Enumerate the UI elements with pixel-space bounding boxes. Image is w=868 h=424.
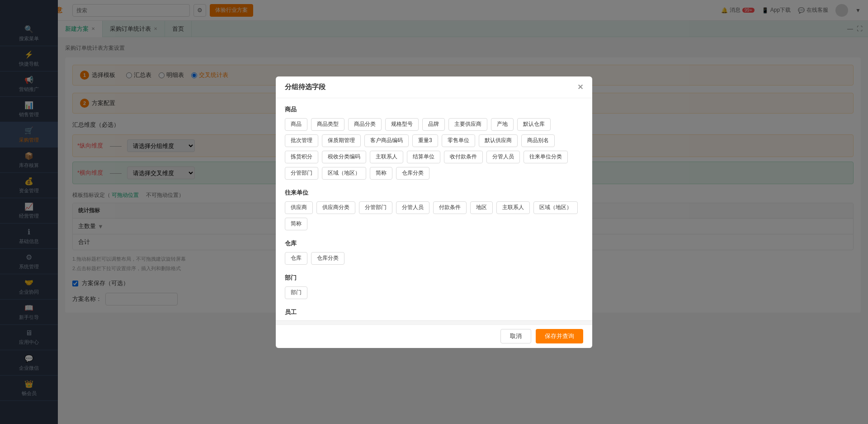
section-title-partner: 往来单位 xyxy=(285,189,583,197)
modal-body[interactable]: 商品商品商品类型商品分类规格型号品牌主要供应商产地默认仓库批次管理保质期管理客户… xyxy=(276,98,592,320)
modal: 分组待选字段 ✕ 商品商品商品类型商品分类规格型号品牌主要供应商产地默认仓库批次… xyxy=(276,76,592,348)
confirm-button[interactable]: 保存并查询 xyxy=(536,329,583,343)
field-tag-goods-9[interactable]: 保质期管理 xyxy=(322,134,361,147)
field-tag-goods-21[interactable]: 往来单位分类 xyxy=(524,151,568,163)
section-department: 部门部门 xyxy=(285,274,583,299)
field-tag-warehouse-1[interactable]: 仓库分类 xyxy=(311,252,344,265)
field-tag-goods-23[interactable]: 区域（地区） xyxy=(322,167,366,180)
modal-overlay: 分组待选字段 ✕ 商品商品商品类型商品分类规格型号品牌主要供应商产地默认仓库批次… xyxy=(0,0,868,424)
field-tag-goods-17[interactable]: 主联系人 xyxy=(370,151,403,163)
field-tag-goods-7[interactable]: 默认仓库 xyxy=(517,118,551,131)
section-title-department: 部门 xyxy=(285,274,583,282)
cancel-button[interactable]: 取消 xyxy=(500,329,531,343)
field-tag-goods-14[interactable]: 商品别名 xyxy=(521,134,555,147)
field-tag-goods-8[interactable]: 批次管理 xyxy=(285,134,318,147)
modal-header: 分组待选字段 ✕ xyxy=(276,76,592,98)
field-tag-goods-24[interactable]: 简称 xyxy=(370,167,392,180)
field-tag-goods-11[interactable]: 重量3 xyxy=(412,134,438,147)
section-title-warehouse: 仓库 xyxy=(285,239,583,248)
section-goods: 商品商品商品类型商品分类规格型号品牌主要供应商产地默认仓库批次管理保质期管理客户… xyxy=(285,105,583,180)
field-tag-goods-22[interactable]: 分管部门 xyxy=(285,167,318,180)
field-tag-goods-5[interactable]: 主要供应商 xyxy=(448,118,487,131)
field-tag-partner-3[interactable]: 分管人员 xyxy=(396,201,429,214)
section-staff: 员工业务员 xyxy=(285,308,583,320)
field-tag-goods-12[interactable]: 零售单位 xyxy=(442,134,475,147)
field-tag-goods-3[interactable]: 规格型号 xyxy=(385,118,419,131)
section-partner: 往来单位供应商供应商分类分管部门分管人员付款条件地区主联系人区域（地区）简称 xyxy=(285,189,583,230)
field-tag-partner-6[interactable]: 主联系人 xyxy=(496,201,530,214)
field-tag-goods-18[interactable]: 结算单位 xyxy=(407,151,440,163)
field-tag-goods-20[interactable]: 分管人员 xyxy=(486,151,520,163)
section-tags-partner: 供应商供应商分类分管部门分管人员付款条件地区主联系人区域（地区）简称 xyxy=(285,201,583,230)
field-tag-partner-0[interactable]: 供应商 xyxy=(285,201,313,214)
field-tag-partner-8[interactable]: 简称 xyxy=(285,218,307,230)
section-tags-goods: 商品商品类型商品分类规格型号品牌主要供应商产地默认仓库批次管理保质期管理客户商品… xyxy=(285,118,583,180)
section-warehouse: 仓库仓库仓库分类 xyxy=(285,239,583,265)
modal-horizontal-scroll[interactable] xyxy=(276,320,592,324)
modal-close-button[interactable]: ✕ xyxy=(577,83,583,91)
modal-title: 分组待选字段 xyxy=(285,83,326,91)
field-tag-goods-13[interactable]: 默认供应商 xyxy=(479,134,518,147)
field-tag-department-0[interactable]: 部门 xyxy=(285,286,307,299)
field-tag-partner-7[interactable]: 区域（地区） xyxy=(533,201,578,214)
section-tags-department: 部门 xyxy=(285,286,583,299)
field-tag-goods-4[interactable]: 品牌 xyxy=(422,118,445,131)
field-tag-goods-19[interactable]: 收付款条件 xyxy=(444,151,483,163)
field-tag-goods-0[interactable]: 商品 xyxy=(285,118,307,131)
field-tag-partner-2[interactable]: 分管部门 xyxy=(359,201,392,214)
modal-footer: 取消 保存并查询 xyxy=(276,324,592,348)
section-title-staff: 员工 xyxy=(285,308,583,316)
field-tag-warehouse-0[interactable]: 仓库 xyxy=(285,252,307,265)
field-tag-partner-1[interactable]: 供应商分类 xyxy=(316,201,355,214)
field-tag-goods-1[interactable]: 商品类型 xyxy=(311,118,344,131)
field-tag-partner-4[interactable]: 付款条件 xyxy=(433,201,467,214)
field-tag-goods-6[interactable]: 产地 xyxy=(491,118,514,131)
field-tag-goods-2[interactable]: 商品分类 xyxy=(348,118,382,131)
section-tags-warehouse: 仓库仓库分类 xyxy=(285,252,583,265)
field-tag-goods-15[interactable]: 拣货积分 xyxy=(285,151,318,163)
section-title-goods: 商品 xyxy=(285,105,583,114)
field-tag-partner-5[interactable]: 地区 xyxy=(470,201,493,214)
field-tag-goods-10[interactable]: 客户商品编码 xyxy=(364,134,409,147)
field-tag-goods-25[interactable]: 仓库分类 xyxy=(396,167,429,180)
field-tag-goods-16[interactable]: 税收分类编码 xyxy=(322,151,366,163)
